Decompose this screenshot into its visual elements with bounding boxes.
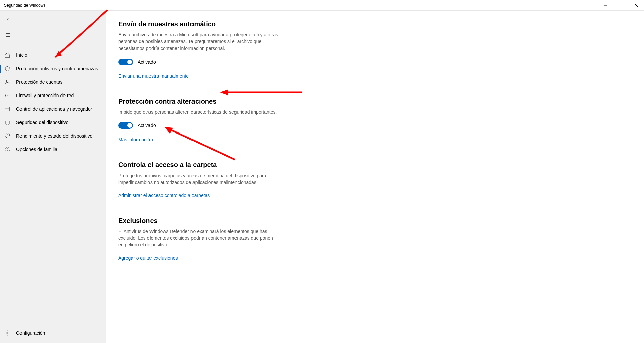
sidebar-item-firewall[interactable]: Firewall y protección de red (0, 89, 106, 102)
section-title: Controla el acceso a la carpeta (118, 161, 333, 169)
shield-icon (4, 65, 11, 72)
maximize-button[interactable] (613, 0, 629, 10)
person-icon (4, 79, 11, 85)
gear-icon (4, 330, 11, 336)
back-arrow-icon (5, 17, 11, 24)
section-desc: Impide que otras personas alteren caract… (118, 109, 280, 115)
more-info-link[interactable]: Más información (118, 137, 153, 142)
svg-point-15 (8, 148, 9, 149)
section-exclusions: Exclusiones El Antivirus de Windows Defe… (118, 217, 333, 261)
antenna-icon (4, 92, 11, 99)
sidebar-item-label: Firewall y protección de red (16, 93, 74, 98)
toggle-state-label: Activado (138, 123, 156, 128)
sidebar-item-label: Rendimiento y estado del dispositivo (16, 133, 92, 139)
main-content: Envío de muestras automático Envía archi… (106, 11, 644, 343)
sidebar-item-label: Protección antivirus y contra amenazas (16, 66, 98, 71)
svg-rect-9 (5, 107, 10, 111)
section-folder-access: Controla el acceso a la carpeta Protege … (118, 161, 333, 198)
svg-point-8 (7, 95, 8, 96)
sample-submission-toggle[interactable] (118, 59, 133, 65)
svg-point-14 (6, 148, 7, 149)
section-desc: Protege tus archivos, carpetas y áreas d… (118, 172, 280, 186)
section-title: Envío de muestras automático (118, 20, 333, 28)
window-title: Seguridad de Windows (4, 3, 45, 8)
svg-rect-1 (619, 4, 622, 7)
menu-button[interactable] (0, 28, 106, 42)
titlebar: Seguridad de Windows (0, 0, 644, 11)
heart-icon (4, 132, 11, 139)
svg-rect-11 (5, 121, 9, 124)
sidebar-item-home[interactable]: Inicio (0, 48, 106, 62)
tamper-protection-toggle[interactable] (118, 122, 133, 129)
close-button[interactable] (629, 0, 644, 10)
submit-sample-link[interactable]: Enviar una muestra manualmente (118, 73, 189, 79)
manage-folder-access-link[interactable]: Administrar el acceso controlado a carpe… (118, 193, 210, 198)
family-icon (4, 146, 11, 153)
section-title: Protección contra alteraciones (118, 98, 333, 105)
sidebar-item-antivirus[interactable]: Protección antivirus y contra amenazas (0, 62, 106, 75)
sidebar-item-label: Configuración (16, 330, 45, 336)
home-icon (4, 52, 11, 59)
sidebar-item-accounts[interactable]: Protección de cuentas (0, 75, 106, 89)
section-desc: El Antivirus de Windows Defender no exam… (118, 228, 280, 249)
section-sample-submission: Envío de muestras automático Envía archi… (118, 20, 333, 79)
section-desc: Envía archivos de muestra a Microsoft pa… (118, 31, 280, 52)
sidebar-item-label: Opciones de familia (16, 147, 57, 152)
sidebar-item-label: Control de aplicaciones y navegador (16, 106, 92, 112)
section-title: Exclusiones (118, 217, 333, 225)
sidebar: Inicio Protección antivirus y contra ame… (0, 11, 106, 343)
sidebar-item-label: Protección de cuentas (16, 79, 63, 85)
window-controls (598, 0, 644, 10)
chip-icon (4, 119, 11, 126)
sidebar-item-appcontrol[interactable]: Control de aplicaciones y navegador (0, 102, 106, 116)
sidebar-item-settings[interactable]: Configuración (0, 326, 106, 340)
sidebar-item-family[interactable]: Opciones de familia (0, 143, 106, 156)
sidebar-item-perf[interactable]: Rendimiento y estado del dispositivo (0, 129, 106, 143)
sidebar-item-devicesec[interactable]: Seguridad del dispositivo (0, 116, 106, 129)
section-tamper-protection: Protección contra alteraciones Impide qu… (118, 98, 333, 142)
sidebar-item-label: Inicio (16, 52, 27, 58)
minimize-button[interactable] (598, 0, 613, 10)
toggle-state-label: Activado (138, 59, 156, 65)
add-remove-exclusions-link[interactable]: Agregar o quitar exclusiones (118, 255, 178, 261)
svg-point-7 (6, 80, 8, 82)
sidebar-item-label: Seguridad del dispositivo (16, 120, 69, 125)
back-button[interactable] (0, 13, 106, 28)
svg-point-16 (7, 332, 8, 334)
hamburger-icon (5, 32, 11, 38)
browser-icon (4, 106, 11, 112)
